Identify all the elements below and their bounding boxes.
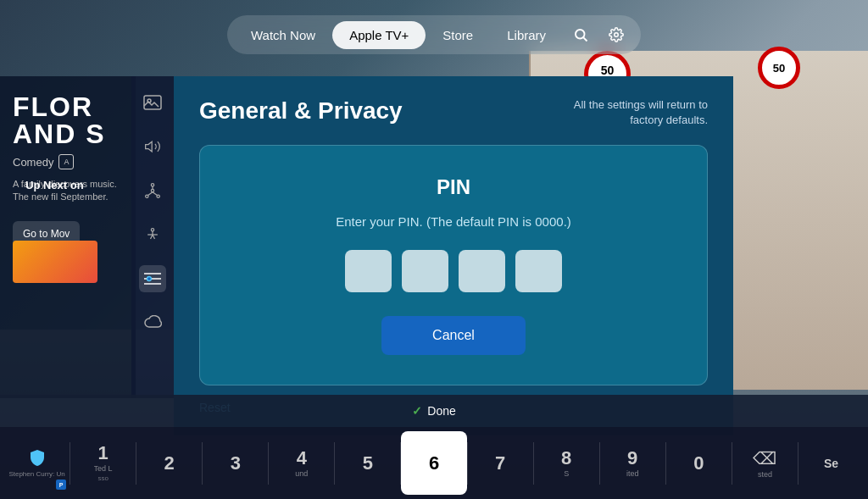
number-bar-item-7[interactable]: 7 [468, 431, 533, 495]
pin-input-boxes [225, 250, 682, 292]
digit-5: 5 [363, 454, 373, 473]
sidebar-icon-picture[interactable] [139, 89, 166, 116]
svg-point-2 [615, 33, 619, 37]
done-checkmark: ✓ [412, 404, 422, 418]
top-navigation: Watch Now Apple TV+ Store Library [227, 15, 641, 54]
up-next-label: Up Next on [13, 179, 123, 191]
digit-9: 9 [627, 449, 637, 468]
nav-watch-now[interactable]: Watch Now [234, 21, 332, 49]
number-bar-item-4[interactable]: 4 und [269, 431, 334, 495]
settings-header: General & Privacy All the settings will … [199, 97, 708, 128]
sidebar-icon-accessibility[interactable] [139, 221, 166, 248]
pin-box-3[interactable] [459, 250, 505, 292]
gear-icon[interactable] [598, 20, 634, 49]
digit-1: 1 [97, 444, 108, 463]
sidebar-icons-panel [131, 76, 174, 398]
number-bar-item-5[interactable]: 5 [335, 431, 400, 495]
label-9: ited [626, 469, 639, 478]
show-genre: Comedy A [13, 154, 123, 169]
svg-point-8 [146, 195, 148, 197]
svg-point-9 [157, 195, 159, 197]
number-bar-item-curry[interactable]: Stephen Curry: Un P [4, 431, 70, 495]
number-bar-item-0[interactable]: 0 [666, 431, 732, 495]
pin-dialog-title: PIN [225, 175, 682, 199]
settings-panel: General & Privacy All the settings will … [174, 76, 733, 435]
show-title: FLORAND S [13, 93, 123, 147]
svg-point-0 [576, 30, 585, 39]
svg-point-13 [151, 229, 153, 231]
digit-2: 2 [164, 454, 175, 473]
settings-factory-note: All the settings will return to factory … [555, 97, 708, 128]
svg-line-11 [148, 192, 153, 196]
pin-box-1[interactable] [345, 250, 392, 292]
digit-se: Se [824, 457, 838, 469]
svg-point-17 [147, 277, 152, 281]
svg-line-12 [153, 192, 157, 196]
digit-4: 4 [297, 449, 307, 468]
up-next-thumbnail [13, 241, 97, 283]
svg-point-6 [151, 189, 153, 191]
label-4: und [295, 469, 308, 478]
pin-instruction: Enter your PIN. (The default PIN is 0000… [225, 214, 682, 229]
pin-box-2[interactable] [402, 250, 448, 292]
sidebar-icon-sound[interactable] [139, 133, 166, 160]
pin-box-4[interactable] [515, 250, 562, 292]
number-bar-item-2[interactable]: 2 [136, 431, 202, 495]
svg-point-7 [151, 184, 153, 186]
number-bar-item-backspace[interactable]: ⌫ sted [732, 431, 798, 495]
label-8: S [564, 469, 569, 478]
digit-0: 0 [693, 454, 704, 473]
number-bar: Stephen Curry: Un P 1 Ted L sso 2 3 4 un… [0, 427, 868, 499]
digit-6: 6 [429, 454, 439, 473]
label-backspace: sted [758, 470, 772, 479]
sidebar-icon-cloud[interactable] [139, 309, 166, 336]
number-bar-item-1[interactable]: 1 Ted L sso [70, 431, 136, 495]
svg-line-1 [583, 37, 587, 41]
done-label: Done [427, 404, 455, 418]
number-bar-item-se[interactable]: Se [798, 431, 864, 495]
sidebar-icon-general[interactable] [139, 265, 166, 292]
nav-store[interactable]: Store [426, 21, 490, 49]
search-icon[interactable] [563, 20, 598, 49]
digit-7: 7 [495, 454, 505, 473]
nav-appletv-plus[interactable]: Apple TV+ [332, 21, 426, 49]
cancel-button[interactable]: Cancel [381, 316, 526, 355]
number-bar-inner: Stephen Curry: Un P 1 Ted L sso 2 3 4 un… [0, 431, 868, 495]
left-content-panel: FLORAND S Comedy A A family discovers mu… [0, 76, 136, 398]
genre-badge: A [58, 154, 74, 169]
nav-library[interactable]: Library [490, 21, 563, 49]
settings-title: General & Privacy [199, 97, 403, 125]
number-bar-item-8[interactable]: 8 S [534, 431, 599, 495]
pin-dialog: PIN Enter your PIN. (The default PIN is … [199, 145, 708, 385]
label-1: Ted L [94, 464, 113, 473]
digit-8: 8 [561, 449, 571, 468]
done-bar[interactable]: ✓ Done [0, 395, 868, 427]
road-sign-right: 50 [758, 47, 800, 89]
number-bar-item-9[interactable]: 9 ited [600, 431, 665, 495]
sidebar-icon-network[interactable] [139, 177, 166, 204]
svg-marker-5 [146, 141, 153, 152]
digit-3: 3 [231, 454, 241, 473]
number-bar-item-3[interactable]: 3 [203, 431, 268, 495]
backspace-icon: ⌫ [753, 448, 776, 469]
sublabel-1: sso [97, 474, 108, 482]
number-bar-item-6[interactable]: 6 [401, 431, 466, 495]
